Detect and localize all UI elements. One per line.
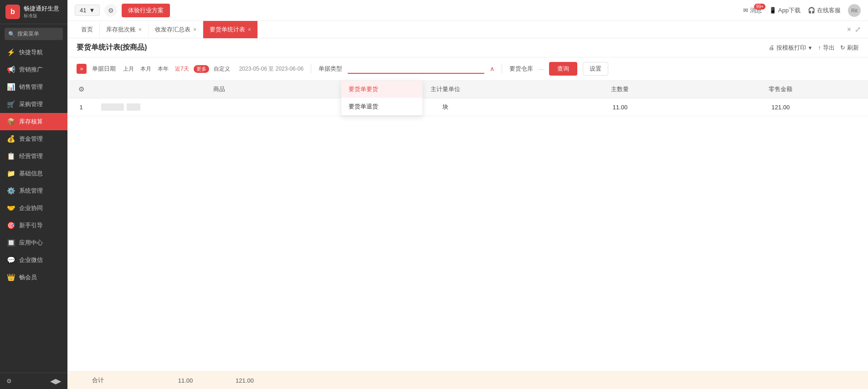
page-title: 要货单统计表(按商品) (77, 43, 147, 52)
page-header-actions: 🖨 按模板打印 ▼ ↑ 导出 ↻ 刷新 (769, 44, 859, 52)
message-button[interactable]: ✉ 消息 99+ (743, 6, 762, 15)
footer-label: 合计 (74, 376, 156, 384)
message-icon: ✉ (743, 7, 748, 14)
sidebar-item-inventory[interactable]: 📦 库存核算 (0, 113, 67, 130)
store-selector[interactable]: 41 ▼ (75, 5, 100, 16)
sidebar-search[interactable]: 🔍 搜索菜单 (5, 28, 63, 40)
sidebar-item-purchase[interactable]: 🛒 采购管理 (0, 96, 67, 113)
date-btn-recent7[interactable]: 近7天 (173, 64, 191, 74)
online-service-button[interactable]: 🎧 在线客服 (808, 6, 841, 15)
table-container: ⚙ 商品 主计量单位 主数量 零售金额 1 (67, 81, 868, 371)
footer-total-quantity: 11.00 (156, 377, 215, 384)
sidebar-item-appstore[interactable]: 🔲 应用中心 (0, 234, 67, 251)
table-row: 1 块 11.00 121.00 (67, 98, 868, 116)
sidebar-logo: b 畅捷通好生意 标准版 (0, 0, 67, 24)
sidebar-item-basics[interactable]: 📁 基础信息 (0, 165, 67, 182)
tab-close-order-summary[interactable]: × (248, 26, 251, 33)
sidebar-item-operations[interactable]: 📋 经营管理 (0, 148, 67, 165)
sidebar-icon: 📁 (6, 169, 15, 178)
settings-icon[interactable]: ⚙ (6, 378, 12, 384)
product-placeholder (101, 103, 124, 111)
sidebar-icon: ⚡ (6, 48, 15, 56)
type-input[interactable] (348, 64, 484, 74)
filter-expand-button[interactable]: » (77, 64, 87, 74)
gear-button[interactable]: ⚙ (104, 4, 117, 17)
tab-close-collect-summary[interactable]: × (193, 26, 196, 33)
tab-bar: 首页 库存批次账 × 收发存汇总表 × 要货单统计表 × × ⤢ (67, 21, 868, 38)
col-settings-header[interactable]: ⚙ (67, 81, 95, 98)
sidebar-icon: 📦 (6, 118, 15, 126)
warehouse-more-icon[interactable]: ··· (539, 66, 544, 72)
sidebar-icon: 📊 (6, 83, 15, 91)
sidebar-icon: 💬 (6, 256, 15, 264)
tab-order-summary[interactable]: 要货单统计表 × (203, 21, 258, 38)
sidebar-item-enterprise[interactable]: 🤝 企业协同 (0, 200, 67, 217)
export-icon: ↑ (818, 44, 822, 51)
type-dropdown: 要货单要货 要货单退货 (341, 80, 423, 116)
column-settings-icon[interactable]: ⚙ (78, 85, 84, 93)
footer-total-amount: 121.00 (215, 377, 274, 384)
query-button[interactable]: 查询 (549, 62, 577, 76)
sidebar-item-newbie[interactable]: 🎯 新手引导 (0, 217, 67, 234)
date-more-tag[interactable]: 更多 (194, 65, 209, 73)
print-button[interactable]: 🖨 按模板打印 ▼ (769, 44, 813, 52)
app-download-button[interactable]: 📱 App下载 (769, 6, 801, 15)
refresh-button[interactable]: ↻ 刷新 (840, 44, 859, 52)
cell-amount: 121.00 (693, 98, 868, 116)
date-btn-custom[interactable]: 自定义 (212, 64, 232, 74)
close-all-icon[interactable]: × (847, 26, 851, 34)
settings-button[interactable]: 设置 (583, 62, 608, 76)
date-btn-current-month[interactable]: 本月 (139, 64, 153, 74)
sidebar-collapse-button[interactable]: ◀▶ (50, 377, 61, 385)
app-logo-text: 畅捷通好生意 标准版 (24, 5, 59, 19)
print-icon: 🖨 (769, 44, 775, 51)
dropdown-item-return[interactable]: 要货单退货 (341, 98, 422, 115)
cell-quantity: 11.00 (547, 98, 693, 116)
sidebar-icon: 🛒 (6, 100, 15, 108)
trial-industry-button[interactable]: 体验行业方案 (122, 4, 170, 17)
date-btn-prev-month[interactable]: 上月 (121, 64, 136, 74)
date-label: 单据日期 (92, 65, 116, 73)
dropdown-item-requisition[interactable]: 要货单要货 (341, 81, 422, 98)
sidebar-item-finance[interactable]: 💰 资金管理 (0, 130, 67, 148)
top-header-right: ✉ 消息 99+ 📱 App下载 🎧 在线客服 Rit (743, 4, 861, 17)
chevron-down-icon: ▼ (808, 45, 813, 51)
sidebar-item-member[interactable]: 👑 畅会员 (0, 269, 67, 286)
tab-batch-account[interactable]: 库存批次账 × (100, 21, 149, 38)
main-area: 41 ▼ ⚙ 体验行业方案 ✉ 消息 99+ 📱 App下载 🎧 在线客服 Ri… (67, 0, 868, 389)
sidebar-item-system[interactable]: ⚙️ 系统管理 (0, 182, 67, 200)
sidebar-icon: 👑 (6, 273, 15, 282)
expand-icon[interactable]: ⤢ (855, 25, 861, 34)
sidebar-item-sales[interactable]: 📊 销售管理 (0, 78, 67, 96)
date-range-display: 2023-05-06 至 2023-06-06 (239, 65, 303, 73)
sidebar: b 畅捷通好生意 标准版 🔍 搜索菜单 ⚡ 快捷导航 📢 营销推广 📊 销售管理… (0, 0, 67, 389)
sidebar-item-wechat[interactable]: 💬 企业微信 (0, 251, 67, 269)
sidebar-icon: 🤝 (6, 204, 15, 212)
top-header: 41 ▼ ⚙ 体验行业方案 ✉ 消息 99+ 📱 App下载 🎧 在线客服 Ri… (67, 0, 868, 21)
tab-close-batch-account[interactable]: × (139, 26, 142, 33)
export-button[interactable]: ↑ 导出 (818, 44, 835, 52)
page-header: 要货单统计表(按商品) 🖨 按模板打印 ▼ ↑ 导出 ↻ 刷新 (67, 38, 868, 57)
col-quantity-header: 主数量 (547, 81, 693, 98)
page-content: 要货单统计表(按商品) 🖨 按模板打印 ▼ ↑ 导出 ↻ 刷新 (67, 38, 868, 389)
cell-product (95, 98, 344, 116)
filter-bar: » 单据日期 上月 本月 本年 近7天 更多 自定义 2023-05-06 至 … (67, 57, 868, 81)
type-dropdown-arrow[interactable]: ∧ (490, 65, 494, 72)
tab-bar-right: × ⤢ (847, 25, 861, 34)
date-shortcuts: 上月 本月 本年 近7天 更多 自定义 (121, 64, 232, 74)
sidebar-item-marketing[interactable]: 📢 营销推广 (0, 61, 67, 78)
user-avatar[interactable]: Rit (848, 4, 861, 17)
chevron-down-icon: ▼ (89, 7, 95, 14)
filter-divider (311, 64, 311, 73)
sidebar-item-quick-nav[interactable]: ⚡ 快捷导航 (0, 44, 67, 61)
col-amount-header: 零售金额 (693, 81, 868, 98)
sidebar-icon: 🔲 (6, 239, 15, 247)
cell-seq: 1 (67, 98, 95, 116)
tab-home[interactable]: 首页 (75, 21, 100, 38)
sidebar-icon: 💰 (6, 135, 15, 143)
warehouse-label: 要货仓库 (509, 65, 533, 73)
date-btn-year[interactable]: 本年 (156, 64, 170, 74)
tab-collect-summary[interactable]: 收发存汇总表 × (149, 21, 203, 38)
col-product-header: 商品 (95, 81, 344, 98)
sidebar-icon: 📋 (6, 152, 15, 160)
